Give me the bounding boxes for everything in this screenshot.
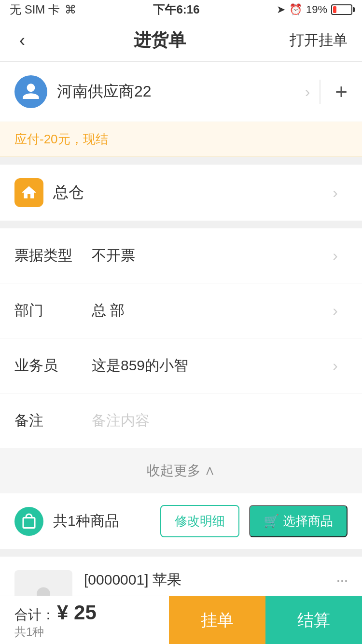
supplier-name[interactable]: 河南供应商22 bbox=[57, 81, 305, 102]
products-icon bbox=[14, 507, 43, 536]
bottom-bar: 合计： ¥ 25 共1种 挂单 结算 bbox=[0, 596, 362, 644]
status-left: 无 SIM 卡 ⌘ bbox=[10, 2, 76, 17]
add-supplier-button[interactable]: + bbox=[335, 80, 348, 104]
page-title: 进货单 bbox=[134, 28, 186, 52]
person-icon bbox=[21, 82, 41, 101]
warehouse-row[interactable]: 总仓 › bbox=[0, 165, 362, 221]
suspend-button[interactable]: 挂单 bbox=[169, 596, 265, 644]
staff-value: 这是859的小智 bbox=[82, 356, 333, 376]
products-header: 共1种商品 修改明细 🛒 选择商品 bbox=[0, 493, 362, 549]
nav-bar: ‹ 进货单 打开挂单 bbox=[0, 19, 362, 62]
select-product-label: 选择商品 bbox=[283, 513, 333, 530]
product-name: [0000001] 苹果 bbox=[84, 570, 324, 590]
main-content: 河南供应商22 › + 应付-20元，现结 总仓 › 票据类型 不开票 › 部门… bbox=[0, 62, 362, 644]
department-label: 部门 bbox=[14, 301, 82, 321]
checkout-button[interactable]: 结算 bbox=[265, 596, 362, 644]
open-pending-button[interactable]: 打开挂单 bbox=[290, 30, 348, 50]
remark-label: 备注 bbox=[14, 411, 82, 431]
product-more-button[interactable]: ··· bbox=[336, 570, 348, 590]
home-icon bbox=[20, 184, 38, 201]
department-row[interactable]: 部门 总 部 › bbox=[0, 283, 362, 338]
supplier-avatar bbox=[14, 75, 47, 108]
staff-label: 业务员 bbox=[14, 356, 82, 376]
warehouse-icon bbox=[14, 178, 43, 207]
invoice-type-chevron-icon: › bbox=[333, 247, 338, 265]
warehouse-chevron-icon: › bbox=[333, 184, 338, 202]
supplier-chevron-icon: › bbox=[305, 83, 310, 101]
staff-row[interactable]: 业务员 这是859的小智 › bbox=[0, 338, 362, 393]
location-icon: ➤ bbox=[277, 3, 285, 16]
invoice-type-label: 票据类型 bbox=[14, 246, 82, 266]
collapse-bar[interactable]: 收起更多 ∧ bbox=[0, 448, 362, 493]
total-sub: 共1种 bbox=[14, 624, 154, 640]
back-button[interactable]: ‹ bbox=[14, 26, 30, 56]
remark-input[interactable]: 备注内容 bbox=[82, 411, 348, 431]
form-section: 票据类型 不开票 › 部门 总 部 › 业务员 这是859的小智 › 备注 备注… bbox=[0, 228, 362, 448]
supplier-card: 河南供应商22 › + 应付-20元，现结 bbox=[0, 62, 362, 157]
total-amount: ¥ 25 bbox=[57, 601, 97, 624]
warehouse-name: 总仓 bbox=[53, 182, 333, 203]
cart-icon: 🛒 bbox=[264, 514, 279, 529]
status-right: ➤ ⏰ 19% bbox=[277, 3, 352, 16]
shopping-bag-icon bbox=[20, 513, 38, 530]
edit-detail-button[interactable]: 修改明细 bbox=[160, 505, 239, 537]
warehouse-card: 总仓 › bbox=[0, 165, 362, 221]
staff-chevron-icon: › bbox=[333, 357, 338, 375]
invoice-type-value: 不开票 bbox=[82, 246, 333, 266]
products-count: 共1种商品 bbox=[53, 511, 151, 531]
status-time: 下午6:16 bbox=[153, 2, 199, 17]
total-area: 合计： ¥ 25 共1种 bbox=[0, 596, 169, 644]
product-title: 苹果 bbox=[153, 572, 181, 588]
supplier-notice: 应付-20元，现结 bbox=[0, 122, 362, 157]
battery-icon bbox=[331, 4, 352, 15]
battery-percent: 19% bbox=[306, 3, 327, 16]
total-label: 合计： bbox=[14, 606, 55, 624]
select-product-button[interactable]: 🛒 选择商品 bbox=[249, 505, 348, 537]
supplier-divider bbox=[320, 80, 320, 104]
battery-fill bbox=[333, 6, 336, 13]
remark-row[interactable]: 备注 备注内容 bbox=[0, 393, 362, 448]
invoice-type-row[interactable]: 票据类型 不开票 › bbox=[0, 228, 362, 283]
alarm-icon: ⏰ bbox=[289, 3, 302, 16]
department-value: 总 部 bbox=[82, 301, 333, 321]
supplier-row: 河南供应商22 › + bbox=[0, 62, 362, 122]
carrier-text: 无 SIM 卡 bbox=[10, 2, 60, 17]
department-chevron-icon: › bbox=[333, 302, 338, 320]
status-bar: 无 SIM 卡 ⌘ 下午6:16 ➤ ⏰ 19% bbox=[0, 0, 362, 19]
wifi-icon: ⌘ bbox=[65, 3, 76, 16]
product-code: [0000001] bbox=[84, 572, 148, 588]
